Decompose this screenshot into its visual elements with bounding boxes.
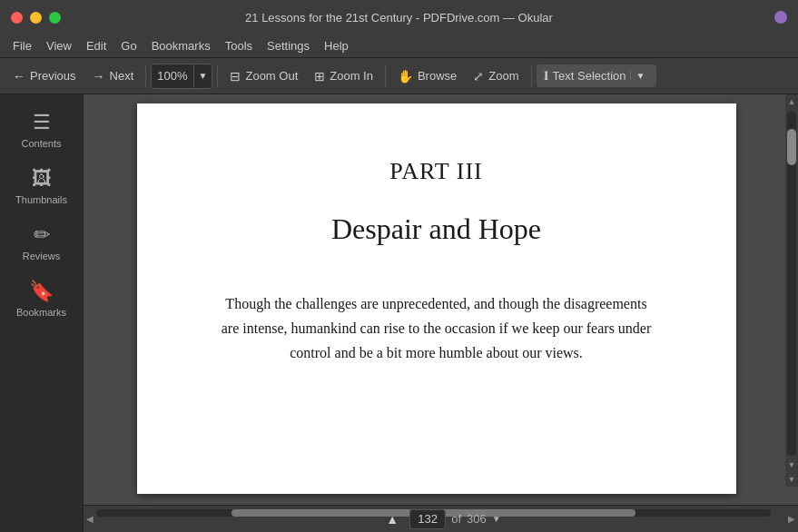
menu-bookmarks[interactable]: Bookmarks [144, 37, 218, 54]
zoom-value: 100% [152, 69, 192, 83]
sidebar-contents-label: Contents [21, 138, 61, 149]
reviews-icon: ✏ [34, 223, 50, 247]
separator-4 [531, 65, 532, 87]
zoom-in-button[interactable]: ⊞ Zoom In [307, 65, 380, 87]
menubar: File View Edit Go Bookmarks Tools Settin… [0, 34, 798, 58]
vertical-scrollbar[interactable]: ▲ ▼ ▼ [785, 94, 798, 487]
zoom-out-button[interactable]: ⊟ Zoom Out [222, 65, 305, 87]
pdf-page: PART III Despair and Hope Though the cha… [137, 103, 736, 494]
main-area: ☰ Contents 🖼 Thumbnails ✏ Reviews 🔖 Book… [0, 94, 798, 532]
hscroll-left-arrow[interactable]: ◀ [84, 506, 96, 533]
pdf-scroll-area[interactable]: PART III Despair and Hope Though the cha… [84, 94, 798, 505]
page-navigation: ▲ 132 of 306 ▼ [380, 509, 500, 529]
text-selection-button[interactable]: 𝐈 Text Selection ▼ [537, 64, 657, 87]
page-number-input[interactable]: 132 [409, 509, 446, 529]
sidebar-item-reviews[interactable]: ✏ Reviews [5, 216, 78, 269]
zoom-dropdown-button[interactable]: ▼ [193, 64, 212, 88]
menu-edit[interactable]: Edit [79, 37, 113, 54]
page-up-arrow[interactable]: ▲ [380, 510, 404, 528]
menu-tools[interactable]: Tools [218, 37, 260, 54]
toolbar: ← Previous → Next 100% ▼ ⊟ Zoom Out ⊞ Zo… [0, 58, 798, 94]
menu-go[interactable]: Go [113, 37, 143, 54]
menu-settings[interactable]: Settings [260, 37, 317, 54]
app-icon [774, 11, 787, 24]
previous-button[interactable]: ← Previous [5, 65, 84, 87]
titlebar: 21 Lessons for the 21st Century - PDFDri… [0, 0, 798, 34]
body-text: Though the challenges are unprecedented,… [219, 291, 655, 366]
text-selection-dropdown[interactable]: ▼ [630, 71, 649, 81]
window-controls[interactable] [11, 12, 61, 24]
window-title: 21 Lessons for the 21st Century - PDFDri… [245, 11, 553, 25]
menu-help[interactable]: Help [317, 37, 356, 54]
pdf-page-container: PART III Despair and Hope Though the cha… [84, 94, 798, 505]
bottom-bar: ◀ ▶ ▲ 132 of 306 ▼ [84, 505, 798, 532]
scroll-track[interactable] [787, 111, 796, 456]
viewer-area: PART III Despair and Hope Though the cha… [84, 94, 798, 532]
sidebar-thumbnails-label: Thumbnails [15, 194, 67, 205]
page-of-label: of [451, 512, 461, 526]
scroll-up-arrow[interactable]: ▲ [785, 94, 798, 109]
zoom-out-icon: ⊟ [230, 69, 241, 84]
zoom-control[interactable]: 100% ▼ [151, 64, 212, 89]
thumbnails-icon: 🖼 [32, 167, 52, 191]
scroll-down-arrow-1[interactable]: ▼ [785, 458, 798, 472]
text-cursor-icon: 𝐈 [544, 68, 548, 84]
zoom-in-icon: ⊞ [314, 69, 325, 84]
bookmarks-icon: 🔖 [29, 280, 54, 303]
sidebar-item-thumbnails[interactable]: 🖼 Thumbnails [5, 160, 78, 212]
scroll-thumb[interactable] [787, 129, 796, 165]
separator-1 [145, 65, 146, 87]
minimize-button[interactable] [30, 12, 42, 24]
separator-2 [217, 65, 218, 87]
sidebar-bookmarks-label: Bookmarks [16, 307, 66, 318]
sidebar-item-bookmarks[interactable]: 🔖 Bookmarks [5, 272, 78, 325]
page-dropdown-button[interactable]: ▼ [492, 514, 501, 524]
sidebar: ☰ Contents 🖼 Thumbnails ✏ Reviews 🔖 Book… [0, 94, 84, 532]
scroll-down-arrow-2[interactable]: ▼ [785, 472, 798, 487]
right-arrow-icon: → [93, 69, 105, 84]
next-button[interactable]: → Next [85, 65, 142, 87]
part-title: PART III [389, 158, 483, 185]
menu-view[interactable]: View [39, 37, 79, 54]
separator-3 [385, 65, 386, 87]
browse-button[interactable]: ✋ Browse [390, 65, 464, 87]
page-total: 306 [467, 512, 487, 526]
sidebar-item-contents[interactable]: ☰ Contents [5, 103, 78, 156]
hand-icon: ✋ [398, 69, 413, 84]
close-button[interactable] [11, 12, 23, 24]
maximize-button[interactable] [49, 12, 61, 24]
fit-icon: ⤢ [473, 69, 484, 84]
hscroll-right-arrow[interactable]: ▶ [785, 506, 798, 533]
sidebar-reviews-label: Reviews [23, 251, 61, 261]
fit-zoom-button[interactable]: ⤢ Zoom [466, 65, 526, 87]
left-arrow-icon: ← [13, 69, 25, 84]
chapter-title: Despair and Hope [331, 212, 541, 246]
menu-file[interactable]: File [5, 37, 39, 54]
contents-icon: ☰ [33, 111, 51, 134]
